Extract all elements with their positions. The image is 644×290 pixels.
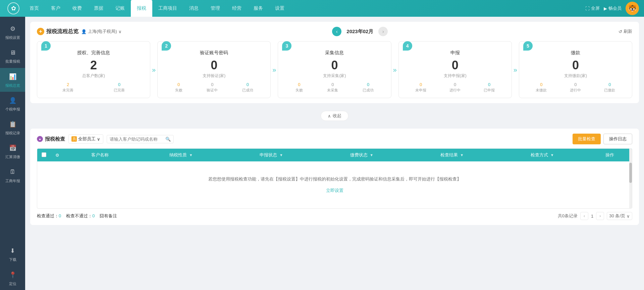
step-count-4: 0	[404, 59, 506, 71]
search-input[interactable]	[110, 137, 165, 142]
operation-log-button[interactable]: 操作日志	[603, 134, 632, 144]
fullscreen-button[interactable]: ⛶ 全屏	[585, 5, 600, 11]
stat-not-declared-value: 0	[420, 82, 422, 87]
nav-bookkeeping[interactable]: 记账	[109, 0, 131, 17]
stat-declared[interactable]: 0 已申报	[484, 82, 495, 93]
stat-fail-3[interactable]: 0 失败	[296, 82, 303, 93]
stat-complete-value: 0	[118, 82, 120, 87]
member-button[interactable]: ▶ 畅会员	[604, 5, 622, 11]
member-label: 畅会员	[608, 5, 622, 11]
nav-operation[interactable]: 经营	[226, 0, 248, 17]
collapse-icon: ∧	[328, 114, 331, 119]
stat-not-paid[interactable]: 0 未缴款	[536, 82, 547, 93]
stat-collected[interactable]: 0 已成功	[363, 82, 374, 93]
nav-settings[interactable]: 设置	[269, 0, 290, 17]
pass-count[interactable]: 0	[59, 213, 61, 218]
check-pass-label: 检查通过：0	[37, 213, 61, 219]
step-count-2: 0	[163, 59, 265, 71]
sidebar-item-annual-settlement[interactable]: 📅 汇算清缴	[0, 139, 25, 163]
per-page-selector[interactable]: 30 条/页 ∨	[607, 212, 632, 220]
flow-overview-title-text: 报税流程总览	[46, 28, 78, 35]
stat-not-declared[interactable]: 0 未申报	[415, 82, 426, 93]
per-page-chevron: ∨	[627, 214, 630, 219]
next-month-button[interactable]: ›	[378, 27, 388, 36]
step-stats-4: 0 未申报 0 进行中 0 已申报	[404, 82, 506, 93]
search-wrap: 🔍	[107, 135, 174, 143]
stat-paid[interactable]: 0 已缴款	[604, 82, 615, 93]
step-stats-2: 0 失败 0 验证中 0 已成功	[163, 82, 265, 93]
prev-month-button[interactable]: ‹	[332, 27, 341, 36]
checkbox-col-header	[37, 149, 51, 161]
nav-manage[interactable]: 管理	[205, 0, 226, 17]
sidebar-item-batch-tax[interactable]: 🖥 批量报税	[0, 44, 25, 68]
nav-right-area: ⛶ 全屏 ▶ 畅会员 🐯	[585, 2, 644, 15]
sidebar-item-tax-settings[interactable]: ⚙ 报税设置	[0, 20, 25, 44]
sidebar-item-location[interactable]: 📍 定位	[0, 266, 25, 290]
search-icon[interactable]: 🔍	[165, 137, 171, 142]
nav-invoice[interactable]: 票据	[88, 0, 109, 17]
stat-not-declared-label: 未申报	[415, 88, 426, 93]
flow-overview-card: + 报税流程总览 👤 上海(电子税局) ∨ ‹ 2023年02月 › ↺ 刷新	[30, 22, 639, 103]
nav-home[interactable]: 首页	[23, 0, 45, 17]
customer-name-header[interactable]: 客户名称	[64, 149, 136, 161]
collapse-button[interactable]: ∧ 收起	[321, 111, 348, 121]
payment-status-header[interactable]: 缴费状态 ▼	[317, 149, 407, 161]
next-page-button[interactable]: ›	[596, 212, 604, 220]
prev-page-button[interactable]: ‹	[580, 212, 588, 220]
check-method-filter-icon: ▼	[550, 153, 554, 157]
step-count-1: 2	[42, 59, 145, 71]
sidebar-item-personal-tax[interactable]: 👤 个税申报	[0, 92, 25, 116]
flow-step-4: 4 申报 0 支持申报(家) 0 未申报 0 进行中 0 已申报	[398, 41, 512, 98]
employee-filter-dropdown[interactable]: 员 全部员工 ∨	[68, 134, 103, 144]
nav-customer[interactable]: 客户	[45, 0, 66, 17]
arrow-4-5: »	[512, 41, 519, 98]
stat-verified-label: 已成功	[242, 88, 253, 93]
stat-verified[interactable]: 0 已成功	[242, 82, 253, 93]
select-all-checkbox[interactable]	[42, 152, 46, 157]
stat-verifying-value: 0	[211, 82, 213, 87]
arrow-2-3: »	[271, 41, 278, 98]
scrollbar-right[interactable]	[629, 149, 632, 208]
nav-bizproject[interactable]: 工商项目	[152, 0, 183, 17]
sidebar-label-location: 定位	[9, 281, 16, 286]
sidebar-item-download[interactable]: ⬇ 下载	[0, 242, 25, 266]
check-result-label: 检查结果	[440, 152, 458, 157]
stat-verifying[interactable]: 0 验证中	[207, 82, 218, 93]
scroll-thumb[interactable]	[629, 163, 632, 183]
nav-service[interactable]: 服务	[248, 0, 269, 17]
batch-check-button[interactable]: 批量检查	[573, 134, 601, 144]
mascot-avatar[interactable]: 🐯	[626, 2, 639, 15]
tax-check-table: ⚙ 客户名称 纳税性质 ▼ 申报状态 ▼	[37, 149, 632, 208]
stat-complete-label: 已完善	[114, 88, 125, 93]
current-month-text: 2023年02月	[346, 28, 373, 35]
tax-record-icon: 📋	[8, 120, 17, 129]
refresh-button[interactable]: ↺ 刷新	[619, 28, 632, 34]
nav-fee[interactable]: 收费	[66, 0, 88, 17]
nav-message[interactable]: 消息	[183, 0, 205, 17]
stat-in-progress-5[interactable]: 0 进行中	[570, 82, 581, 93]
stat-collected-label: 已成功	[363, 88, 374, 93]
nav-tax[interactable]: 报税	[131, 0, 152, 17]
check-method-header[interactable]: 检查方式 ▼	[497, 149, 587, 161]
sidebar-item-annual-report[interactable]: 🗓 工商年报	[0, 163, 25, 187]
table-settings-icon[interactable]: ⚙	[55, 153, 59, 158]
stat-in-progress-4[interactable]: 0 进行中	[449, 82, 461, 93]
tax-type-label: 纳税性质	[169, 152, 187, 157]
sidebar-item-tax-record[interactable]: 📋 报税记录	[0, 116, 25, 139]
sidebar-item-tax-overview[interactable]: 📊 报税总览	[0, 68, 25, 92]
stat-incomplete[interactable]: 2 未完善	[62, 82, 73, 93]
setup-link[interactable]: 立即设置	[326, 188, 343, 193]
step-subtitle-5: 支持缴款(家)	[524, 73, 627, 79]
location-selector[interactable]: 👤 上海(电子税局) ∨	[81, 28, 122, 34]
table-header-row: ⚙ 客户名称 纳税性质 ▼ 申报状态 ▼	[37, 149, 632, 161]
stat-fail-2[interactable]: 0 失败	[175, 82, 182, 93]
app-logo[interactable]: ✿	[3, 2, 23, 14]
location-icon: 📍	[8, 270, 17, 280]
fail-count[interactable]: 0	[92, 213, 95, 218]
stat-not-collected[interactable]: 0 未采集	[327, 82, 338, 93]
arrow-3-4: »	[391, 41, 398, 98]
check-result-header[interactable]: 检查结果 ▼	[407, 149, 497, 161]
declare-status-header[interactable]: 申报状态 ▼	[226, 149, 316, 161]
stat-complete[interactable]: 0 已完善	[114, 82, 125, 93]
tax-type-header[interactable]: 纳税性质 ▼	[136, 149, 226, 161]
